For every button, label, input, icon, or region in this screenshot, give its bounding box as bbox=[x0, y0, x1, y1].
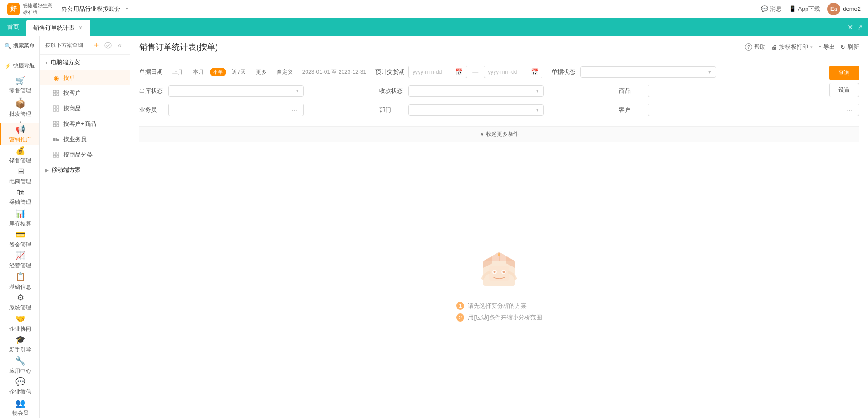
marketing-icon: 📢 bbox=[15, 124, 25, 134]
sidebar-item-system[interactable]: ⚙ 系统管理 bbox=[0, 292, 39, 313]
calendar-start-icon[interactable]: 📅 bbox=[455, 68, 463, 76]
left-panel: 按以下方案查询 + « ▾ 电脑端方案 bbox=[40, 36, 130, 418]
filter-row-3: 业务员 ··· 部门 ▾ bbox=[139, 104, 859, 116]
tab-expand-icon[interactable]: ⤢ bbox=[857, 23, 863, 32]
scheme-item-by-goods-category[interactable]: 按商品分类 bbox=[40, 147, 130, 162]
sidebar-item-search[interactable]: 🔍 搜索菜单 bbox=[0, 36, 39, 56]
tab-bar-right: ✕ ⤢ bbox=[847, 23, 868, 32]
department-label: 部门 bbox=[379, 106, 405, 114]
scheme-group-mobile-header[interactable]: ▶ 移动端方案 bbox=[40, 162, 130, 178]
expand-arrow-icon: ▾ bbox=[45, 60, 48, 66]
tab-sales-order-stats[interactable]: 销售订单统计表 ✕ bbox=[26, 20, 90, 36]
scheme-by-order-icon: ◉ bbox=[52, 74, 60, 81]
finance-icon: 💳 bbox=[15, 230, 25, 240]
scheme-item-by-customer-goods[interactable]: 按客户+商品 bbox=[40, 116, 130, 132]
collapse-panel-button[interactable]: « bbox=[115, 41, 124, 50]
sidebar-item-operation[interactable]: 📈 经营管理 bbox=[0, 250, 39, 271]
search-icon: 🔍 bbox=[5, 43, 11, 49]
date-btn-custom[interactable]: 自定义 bbox=[273, 66, 297, 78]
filter-date-group: 单据日期 上月 本月 本年 近7天 更多 自定义 2023-01-01 至 20… bbox=[139, 66, 366, 78]
sidebar-top: 🔍 搜索菜单 ⚡ 快捷导航 bbox=[0, 36, 39, 76]
date-btn-this-year[interactable]: 本年 bbox=[210, 68, 226, 76]
member-icon: 👥 bbox=[15, 398, 25, 408]
scheme-item-by-salesperson[interactable]: 按业务员 bbox=[40, 132, 130, 147]
svg-point-27 bbox=[494, 271, 496, 273]
top-bar-right: 💬 消息 📱 App下载 Ea demo2 bbox=[761, 3, 861, 15]
scheme-item-by-customer[interactable]: 按客户 bbox=[40, 86, 130, 101]
delivery-date-end-input[interactable]: yyyy-mm-dd 📅 bbox=[484, 66, 542, 78]
app-download-button[interactable]: 📱 App下载 bbox=[789, 5, 820, 13]
sidebar-item-wholesale[interactable]: 📦 批发管理 ▴ bbox=[0, 100, 39, 124]
tab-home[interactable]: 首页 bbox=[0, 18, 26, 36]
app-title-dropdown-icon[interactable]: ▾ bbox=[126, 6, 128, 12]
sidebar-item-newbie[interactable]: 🎓 新手引导 bbox=[0, 334, 39, 355]
sidebar-item-finance[interactable]: 💳 资金管理 bbox=[0, 229, 39, 250]
collapse-bar[interactable]: ∧ 收起更多条件 bbox=[139, 126, 859, 142]
scheme-by-customer-goods-icon bbox=[52, 120, 60, 128]
export-button[interactable]: ↑ 导出 bbox=[818, 43, 835, 51]
date-label: 单据日期 bbox=[139, 68, 165, 76]
sidebar-item-sales[interactable]: 💰 销售管理 bbox=[0, 145, 39, 166]
right-panel: 销售订单统计表(按单) ? 帮助 🖨 按模板打印 ▾ ↑ bbox=[130, 36, 868, 418]
department-select[interactable]: ▾ bbox=[408, 104, 544, 116]
print-dropdown-icon[interactable]: ▾ bbox=[810, 44, 813, 50]
template-print-button[interactable]: 🖨 按模板打印 ▾ bbox=[771, 43, 813, 51]
filter-payment-status-group: 收款状态 ▾ bbox=[379, 86, 619, 97]
nav-icon: ⚡ bbox=[5, 63, 11, 69]
message-button[interactable]: 💬 消息 bbox=[761, 5, 782, 13]
filter-rows: 单据日期 上月 本月 本年 近7天 更多 自定义 2023-01-01 至 20… bbox=[139, 66, 859, 126]
help-button[interactable]: ? 帮助 bbox=[745, 43, 766, 51]
svg-rect-17 bbox=[57, 152, 59, 154]
payment-status-select[interactable]: ▾ bbox=[408, 86, 544, 97]
edit-scheme-button[interactable] bbox=[104, 41, 113, 50]
date-btn-more[interactable]: 更多 bbox=[252, 66, 271, 78]
edit-icon bbox=[104, 42, 112, 49]
salesperson-input[interactable]: ··· bbox=[168, 104, 304, 116]
tab-close-all-icon[interactable]: ✕ bbox=[847, 23, 853, 32]
customer-more-icon[interactable]: ··· bbox=[845, 106, 854, 114]
sidebar-item-retail[interactable]: 🛒 零售管理 ▾ bbox=[0, 76, 39, 100]
customer-label: 客户 bbox=[619, 106, 644, 114]
date-btn-last-month[interactable]: 上月 bbox=[168, 66, 187, 78]
wholesale-icon: 📦 bbox=[15, 99, 25, 109]
sidebar-item-app-center[interactable]: 🔧 应用中心 bbox=[0, 355, 39, 376]
sidebar-item-basic-info[interactable]: 📋 基础信息 bbox=[0, 271, 39, 292]
query-button[interactable]: 查询 bbox=[829, 66, 859, 80]
avatar: Ea bbox=[827, 3, 840, 15]
logo-icon: 好 bbox=[7, 3, 20, 15]
svg-point-28 bbox=[503, 271, 505, 273]
sidebar-item-purchase[interactable]: 🛍 采购管理 bbox=[0, 187, 39, 208]
refresh-button[interactable]: ↻ 刷新 bbox=[840, 43, 859, 51]
delivery-status-label: 出库状态 bbox=[139, 87, 165, 95]
sidebar-item-quick-nav[interactable]: ⚡ 快捷导航 bbox=[0, 56, 39, 76]
calendar-end-icon[interactable]: 📅 bbox=[531, 68, 538, 76]
date-btn-this-month[interactable]: 本月 bbox=[189, 66, 208, 78]
sidebar-item-inventory[interactable]: 📊 库存核算 bbox=[0, 208, 39, 229]
scheme-by-customer-icon bbox=[52, 90, 60, 97]
settings-button[interactable]: 设置 bbox=[829, 83, 859, 97]
scheme-item-by-goods[interactable]: 按商品 bbox=[40, 101, 130, 116]
goods-input[interactable]: ··· bbox=[648, 85, 859, 97]
tab-close-icon[interactable]: ✕ bbox=[78, 25, 83, 31]
help-icon: ? bbox=[745, 43, 752, 51]
salesperson-more-icon[interactable]: ··· bbox=[290, 106, 299, 114]
sidebar-item-enterprise-wechat[interactable]: 💬 企业微信 bbox=[0, 376, 39, 397]
top-bar-left: 好 畅捷通好生意 标准版 办公用品行业模拟账套 ▾ bbox=[7, 2, 128, 15]
delivery-status-select[interactable]: ▾ bbox=[168, 86, 304, 97]
date-btn-last-7days[interactable]: 近7天 bbox=[228, 66, 250, 78]
left-panel-actions: + « bbox=[92, 41, 124, 50]
scheme-item-by-order[interactable]: ◉ 按单 bbox=[40, 70, 130, 86]
svg-rect-14 bbox=[56, 138, 57, 141]
sidebar-item-member[interactable]: 👥 畅会员 bbox=[0, 397, 39, 418]
scheme-by-goods-icon bbox=[52, 105, 60, 112]
sidebar-item-ecommerce[interactable]: 🖥 电商管理 bbox=[0, 166, 39, 187]
user-area[interactable]: Ea demo2 bbox=[827, 3, 861, 15]
sidebar-item-marketing[interactable]: 📢 营销推广 bbox=[0, 124, 39, 145]
sidebar-item-cooperation[interactable]: 🤝 企业协同 bbox=[0, 313, 39, 334]
scheme-group-desktop-header[interactable]: ▾ 电脑端方案 bbox=[40, 55, 130, 70]
add-scheme-button[interactable]: + bbox=[92, 41, 101, 50]
customer-input[interactable]: ··· bbox=[648, 104, 859, 116]
doc-status-select[interactable]: ▾ bbox=[580, 66, 716, 78]
ecommerce-icon: 🖥 bbox=[16, 167, 24, 176]
delivery-date-start-input[interactable]: yyyy-mm-dd 📅 bbox=[408, 66, 467, 78]
